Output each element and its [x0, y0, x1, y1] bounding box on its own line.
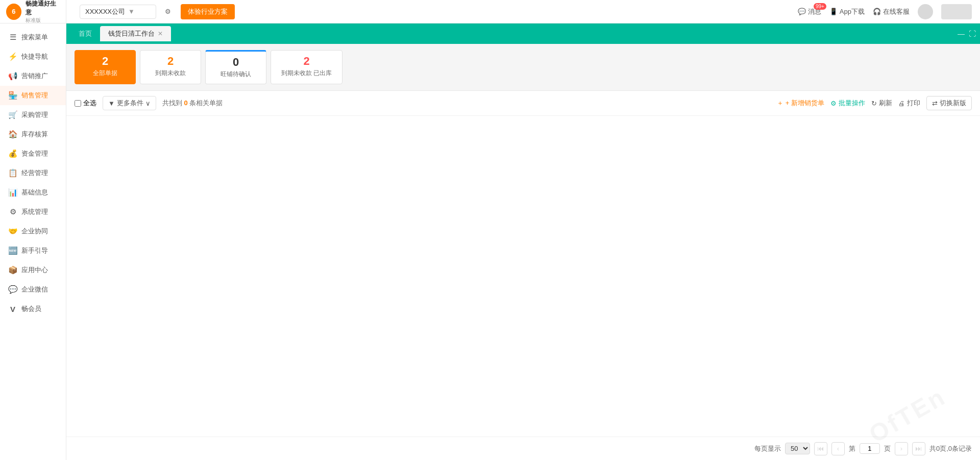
batch-operation-button[interactable]: ⚙ 批量操作: [830, 99, 865, 108]
online-service-item[interactable]: 🎧 在线客服: [873, 7, 910, 16]
weixin-icon: 💬: [8, 285, 17, 294]
select-all-label: 全选: [83, 99, 96, 108]
sidebar-item-label: 系统管理: [21, 207, 48, 216]
maximize-icon[interactable]: ⛶: [969, 30, 976, 38]
sidebar-item-label: 快捷导航: [21, 52, 48, 61]
first-page-button[interactable]: ⏮: [814, 442, 827, 455]
sidebar-item-inventory[interactable]: 🏠 库存核算: [0, 125, 66, 144]
content-area: 2 全部单据 2 到期未收款 0 旺铺待确认 2 到期未收款 已出库 全选: [66, 44, 980, 460]
stat-label-overdue: 到期未收款: [151, 69, 190, 78]
user-name[interactable]: [941, 4, 972, 19]
stat-tab-overdue[interactable]: 2 到期未收款: [140, 50, 201, 84]
stat-num-shipped: 2: [281, 56, 332, 67]
avatar[interactable]: [918, 4, 933, 19]
headset-icon: 🎧: [873, 8, 881, 15]
tab-close-icon[interactable]: ✕: [158, 30, 163, 37]
sidebar-item-member[interactable]: V 畅会员: [0, 299, 66, 319]
sidebar-item-system[interactable]: ⚙ 系统管理: [0, 202, 66, 222]
add-sales-order-button[interactable]: ＋ + 新增销货单: [777, 99, 824, 108]
sidebar-item-label: 营销推广: [21, 71, 48, 81]
logo-text: 畅捷通好生意 标准版: [26, 0, 60, 24]
sidebar-item-label: 企业微信: [21, 285, 48, 294]
select-all-input[interactable]: [75, 100, 81, 107]
last-page-button[interactable]: ⏭: [912, 442, 925, 455]
minimize-icon[interactable]: —: [958, 30, 965, 38]
system-icon: ⚙: [8, 207, 17, 216]
page-label-suffix: 页: [884, 444, 891, 453]
sidebar-item-label: 库存核算: [21, 130, 48, 139]
sidebar-item-finance[interactable]: 💰 资金管理: [0, 144, 66, 163]
marketing-icon: 📢: [8, 71, 17, 81]
page-size-select[interactable]: 50: [785, 443, 810, 454]
pagination: 每页显示 50 ⏮ ‹ 第 页 › ⏭ 共0页,0条记录: [66, 437, 980, 460]
message-item[interactable]: 💬 消息 99+: [798, 7, 821, 16]
switch-version-button[interactable]: ⇄ 切换新版: [926, 96, 972, 110]
stat-label-wangpu: 旺铺待确认: [216, 70, 256, 79]
sidebar-item-sales[interactable]: 🏪 销售管理: [0, 86, 66, 105]
prev-page-button[interactable]: ‹: [831, 442, 845, 455]
settings-button[interactable]: ⚙: [160, 4, 176, 19]
page-input[interactable]: [860, 443, 880, 454]
sidebar: 6 畅捷通好生意 标准版 ☰ 搜索菜单 ⚡ 快捷导航 📢 营销推广 🏪 销售管理…: [0, 0, 66, 460]
total-info: 共0页,0条记录: [929, 444, 972, 453]
trial-button[interactable]: 体验行业方案: [181, 4, 235, 19]
sidebar-item-basic-info[interactable]: 📊 基础信息: [0, 183, 66, 202]
stat-num-wangpu: 0: [216, 57, 256, 68]
found-prefix: 共找到: [162, 99, 182, 107]
sidebar-item-search[interactable]: ☰ 搜索菜单: [0, 28, 66, 47]
company-selector[interactable]: XXXXXX公司 ▼: [80, 5, 156, 19]
cooperation-icon: 🤝: [8, 227, 17, 236]
batch-label: 批量操作: [839, 99, 865, 108]
sidebar-item-label: 基础信息: [21, 188, 48, 197]
sidebar-item-marketing[interactable]: 📢 营销推广: [0, 66, 66, 86]
toolbar: 全选 ▼ 更多条件 ∨ 共找到 0 条相关单据 ＋ + 新增销货单: [66, 91, 980, 116]
sidebar-item-purchase[interactable]: 🛒 采购管理: [0, 105, 66, 125]
tab-home[interactable]: 首页: [70, 26, 100, 41]
select-all-checkbox[interactable]: 全选: [75, 99, 96, 108]
sidebar-item-operations[interactable]: 📋 经营管理: [0, 163, 66, 183]
tab-home-label: 首页: [79, 29, 92, 38]
app-download-item[interactable]: 📱 App下载: [829, 7, 865, 16]
filter-icon: ▼: [108, 100, 115, 107]
table-area: [66, 116, 980, 437]
stat-tab-all[interactable]: 2 全部单据: [75, 50, 136, 84]
app-title: 畅捷通好生意: [26, 0, 60, 17]
sidebar-item-label: 销售管理: [21, 91, 48, 100]
refresh-button[interactable]: ↻ 刷新: [871, 99, 892, 108]
next-page-button[interactable]: ›: [895, 442, 908, 455]
online-service-label: 在线客服: [883, 7, 910, 16]
sidebar-item-cooperation[interactable]: 🤝 企业协同: [0, 222, 66, 241]
toolbar-right: ＋ + 新增销货单 ⚙ 批量操作 ↻ 刷新 🖨 打印 ⇄ 切换新版: [777, 96, 972, 110]
stat-tab-wangpu[interactable]: 0 旺铺待确认: [205, 50, 266, 84]
message-badge: 99+: [814, 3, 826, 10]
sidebar-item-label: 经营管理: [21, 168, 48, 178]
tab-workbench[interactable]: 钱货日清工作台 ✕: [100, 26, 171, 41]
guide-icon: 🆕: [8, 246, 17, 255]
stats-tabs: 2 全部单据 2 到期未收款 0 旺铺待确认 2 到期未收款 已出库: [66, 44, 980, 91]
found-text: 共找到 0 条相关单据: [162, 99, 223, 108]
filter-button[interactable]: ▼ 更多条件 ∨: [103, 96, 156, 110]
print-button[interactable]: 🖨 打印: [898, 99, 920, 108]
stat-label-all: 全部单据: [85, 69, 125, 78]
tab-workbench-label: 钱货日清工作台: [108, 29, 155, 38]
sidebar-item-label: 新手引导: [21, 246, 48, 255]
found-suffix: 条相关单据: [189, 99, 223, 107]
refresh-label: 刷新: [879, 99, 892, 108]
main-content: 2 全部单据 2 到期未收款 0 旺铺待确认 2 到期未收款 已出库 全选: [66, 44, 980, 460]
sidebar-item-guide[interactable]: 🆕 新手引导: [0, 241, 66, 260]
print-icon: 🖨: [898, 100, 905, 107]
top-header: XXXXXX公司 ▼ ⚙ 体验行业方案 💬 消息 99+ 📱 App下载 🎧 在…: [66, 0, 980, 23]
stat-tab-shipped[interactable]: 2 到期未收款 已出库: [271, 50, 342, 84]
sidebar-menu: ☰ 搜索菜单 ⚡ 快捷导航 📢 营销推广 🏪 销售管理 🛒 采购管理 🏠 库存核…: [0, 23, 66, 319]
company-name: XXXXXX公司: [85, 7, 125, 16]
sidebar-item-quick-nav[interactable]: ⚡ 快捷导航: [0, 47, 66, 66]
sidebar-item-weixin[interactable]: 💬 企业微信: [0, 280, 66, 299]
switch-label: 切换新版: [940, 99, 966, 108]
sidebar-item-app-center[interactable]: 📦 应用中心: [0, 260, 66, 280]
member-icon: V: [8, 305, 17, 313]
basic-info-icon: 📊: [8, 188, 17, 197]
toolbar-left: 全选 ▼ 更多条件 ∨ 共找到 0 条相关单据: [75, 96, 223, 110]
nav-tabs-actions: — ⛶: [958, 30, 976, 38]
purchase-icon: 🛒: [8, 110, 17, 119]
filter-label: 更多条件: [117, 99, 143, 108]
